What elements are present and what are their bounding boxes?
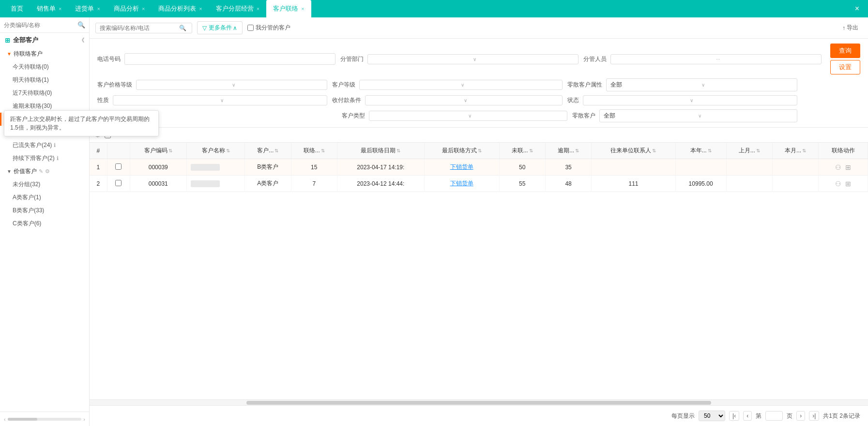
filter-customer-level: 客户等级 ∨ bbox=[332, 80, 562, 90]
col-unread[interactable]: 未联...⇅ bbox=[499, 143, 545, 159]
sidebar-item-declining[interactable]: 持续下滑客户(2) ℹ bbox=[0, 152, 89, 165]
sidebar-item-class-b[interactable]: B类客户(33) bbox=[0, 204, 89, 217]
sidebar-scroll-right[interactable]: › bbox=[83, 416, 85, 422]
row2-link-icon[interactable]: ⚇ bbox=[835, 180, 841, 188]
col-last-month[interactable]: 上月...⇅ bbox=[726, 143, 772, 159]
row1-last-method[interactable]: 下销货单 bbox=[424, 159, 499, 176]
row1-this-year bbox=[675, 159, 726, 176]
sidebar-item-7days[interactable]: 近7天待联络(0) bbox=[0, 87, 89, 100]
data-table-container: # 客户编码⇅ 客户名称⇅ 客户...⇅ 联络...⇅ 最后联络日期⇅ 最后联络… bbox=[90, 143, 868, 399]
retail-customer-select[interactable]: 全部 ∨ bbox=[599, 109, 797, 122]
col-unit-contact[interactable]: 往来单位联系人⇅ bbox=[592, 143, 675, 159]
sidebar-item-class-c[interactable]: C类客户(6) bbox=[0, 217, 89, 230]
col-customer-code[interactable]: 客户编码⇅ bbox=[130, 143, 186, 159]
nav-customer-contact[interactable]: 客户联络 × bbox=[266, 0, 311, 17]
nav-product-list[interactable]: 商品分析列表 × bbox=[152, 0, 209, 17]
phone-input[interactable] bbox=[124, 53, 335, 65]
query-button[interactable]: 查询 bbox=[830, 44, 860, 58]
row2-grid-icon[interactable]: ⊞ bbox=[845, 180, 851, 188]
nav-sales-close[interactable]: × bbox=[59, 6, 61, 12]
nav-sales[interactable]: 销售单 × bbox=[30, 0, 68, 17]
row2-action-icons: ⚇ ⊞ bbox=[822, 180, 864, 188]
my-customers-checkbox-label[interactable]: 我分管的客户 bbox=[247, 24, 290, 32]
status-select[interactable]: ∨ bbox=[583, 95, 797, 105]
row2-checkbox[interactable] bbox=[115, 180, 122, 186]
nav-customer-tier-close[interactable]: × bbox=[257, 6, 259, 12]
row2-overdue: 48 bbox=[545, 176, 591, 192]
nav-customer-contact-close[interactable]: × bbox=[301, 6, 304, 12]
row2-last-method[interactable]: 下销货单 bbox=[424, 176, 499, 192]
price-level-select[interactable]: ∨ bbox=[136, 80, 327, 90]
edit-icon[interactable]: ✎ bbox=[39, 168, 43, 175]
sidebar-search-icon[interactable]: 🔍 bbox=[77, 21, 85, 29]
col-customer-type[interactable]: 客户...⇅ bbox=[245, 143, 291, 159]
settings-button[interactable]: 设置 bbox=[830, 60, 860, 74]
last-page-button[interactable]: ›| bbox=[809, 411, 819, 421]
sidebar-group-pending[interactable]: ▼ 待联络客户 bbox=[0, 47, 89, 60]
sidebar-search-input[interactable] bbox=[4, 22, 77, 29]
horizontal-scrollbar[interactable] bbox=[90, 399, 868, 405]
row2-type: A类客户 bbox=[245, 176, 291, 192]
sidebar-scrollbar[interactable] bbox=[8, 418, 37, 421]
col-contact[interactable]: 联络...⇅ bbox=[291, 143, 337, 159]
grid-icon: ⊞ bbox=[5, 37, 10, 44]
sidebar-item-tomorrow[interactable]: 明天待联络(1) bbox=[0, 73, 89, 87]
export-button[interactable]: ↑ 导出 bbox=[838, 22, 862, 34]
sidebar-item-class-a[interactable]: A类客户(1) bbox=[0, 191, 89, 204]
col-this-year[interactable]: 本年...⇅ bbox=[675, 143, 726, 159]
col-customer-name[interactable]: 客户名称⇅ bbox=[186, 143, 244, 159]
sidebar: 🔍 ⊞ 全部客户 《 ▼ 待联络客户 今天待联络(0) 明天待联络(1) 近7天… bbox=[0, 17, 90, 426]
sidebar-all-customers[interactable]: ⊞ 全部客户 《 bbox=[0, 33, 89, 47]
nav-product-analysis[interactable]: 商品分析 × bbox=[107, 0, 152, 17]
collapse-icon: 《 bbox=[79, 37, 84, 44]
payment-select[interactable]: ∨ bbox=[365, 95, 562, 105]
manager-select[interactable]: ··· bbox=[610, 54, 822, 64]
department-select[interactable]: ∨ bbox=[367, 54, 579, 64]
scroll-thumb[interactable] bbox=[246, 401, 711, 405]
prev-page-button[interactable]: ‹ bbox=[743, 411, 752, 421]
current-page-input[interactable]: 1 bbox=[765, 411, 783, 421]
export-icon: ↑ bbox=[842, 25, 845, 31]
nature-select[interactable]: ∨ bbox=[113, 95, 327, 105]
nav-purchase-close[interactable]: × bbox=[97, 6, 100, 12]
filter-manager: 分管人员 ··· bbox=[583, 54, 822, 64]
row2-checkbox-cell bbox=[107, 176, 130, 192]
sidebar-item-today[interactable]: 今天待联络(0) bbox=[0, 60, 89, 73]
row1-grid-icon[interactable]: ⊞ bbox=[845, 163, 851, 171]
filter-row-3: 性质 ∨ 收付款条件 ∨ 状态 bbox=[97, 95, 860, 105]
more-filters-button[interactable]: ▽ 更多条件 ∧ bbox=[197, 21, 243, 34]
first-page-button[interactable]: |‹ bbox=[729, 411, 739, 421]
sidebar-scroll-left[interactable]: ‹ bbox=[4, 416, 6, 422]
nav-product-analysis-close[interactable]: × bbox=[142, 6, 145, 12]
sidebar-item-churned[interactable]: 已流失客户(24) ℹ bbox=[0, 139, 89, 152]
row2-this-year: 10995.00 bbox=[675, 176, 726, 192]
filter-nature: 性质 ∨ bbox=[97, 95, 327, 105]
nav-product-list-close[interactable]: × bbox=[199, 6, 202, 12]
row2-name-placeholder bbox=[191, 180, 220, 187]
customer-level-select[interactable]: ∨ bbox=[359, 80, 562, 90]
customer-type-select[interactable]: ∨ bbox=[369, 111, 567, 121]
customer-level-icon: ∨ bbox=[461, 82, 558, 88]
search-icon[interactable]: 🔍 bbox=[179, 25, 186, 31]
row1-checkbox[interactable] bbox=[115, 163, 122, 170]
nav-home[interactable]: 首页 bbox=[4, 0, 30, 17]
sidebar-group-value[interactable]: ▼ 价值客户 ✎ ⚙ bbox=[0, 165, 89, 178]
nav-purchase[interactable]: 进货单 × bbox=[68, 0, 107, 17]
my-customers-checkbox[interactable] bbox=[247, 25, 254, 31]
nav-customer-tier[interactable]: 客户分层经营 × bbox=[209, 0, 266, 17]
search-input[interactable] bbox=[100, 25, 177, 31]
per-page-select[interactable]: 50 10 20 100 bbox=[699, 411, 725, 421]
retail-attr-select[interactable]: 全部 ∨ bbox=[606, 78, 797, 91]
col-overdue[interactable]: 逾期...⇅ bbox=[545, 143, 591, 159]
row1-link-icon[interactable]: ⚇ bbox=[835, 163, 841, 171]
settings-icon-small[interactable]: ⚙ bbox=[45, 168, 50, 175]
customer-type-icon: ∨ bbox=[468, 113, 563, 118]
sidebar-item-ungrouped[interactable]: 未分组(32) bbox=[0, 178, 89, 191]
next-page-button[interactable]: › bbox=[796, 411, 805, 421]
col-this-month[interactable]: 本月...⇅ bbox=[772, 143, 818, 159]
close-all-tabs[interactable]: × bbox=[850, 4, 864, 13]
row1-actions: ⚇ ⊞ bbox=[819, 159, 868, 176]
col-last-contact-method[interactable]: 最后联络方式⇅ bbox=[424, 143, 499, 159]
dept-dropdown-icon: ∨ bbox=[473, 57, 574, 62]
col-last-contact-date[interactable]: 最后联络日期⇅ bbox=[337, 143, 424, 159]
